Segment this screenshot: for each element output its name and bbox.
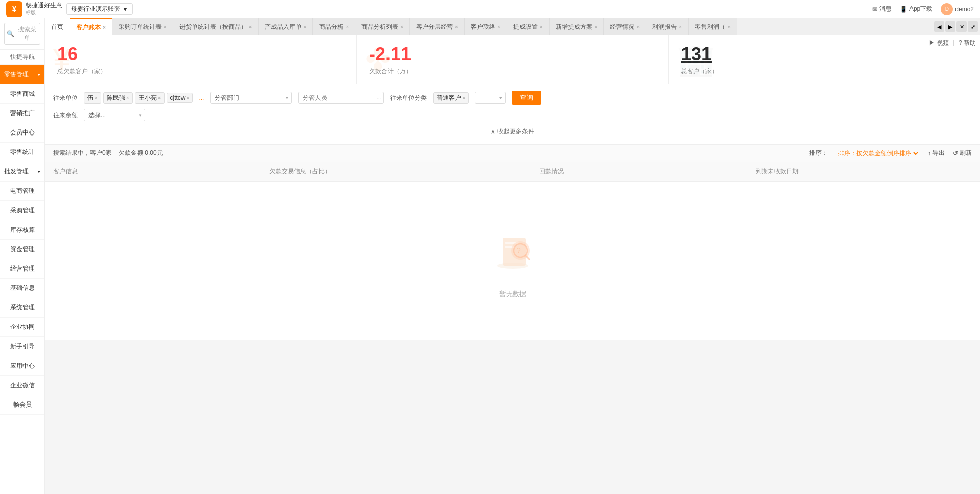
tab-close-icon[interactable]: × (595, 24, 598, 30)
sort-select[interactable]: 排序：按欠款金额倒序排序 (836, 149, 920, 158)
unit-filter-label: 往来单位 (53, 94, 78, 102)
sidebar-item-enterprise-collab[interactable]: 企业协同 (0, 318, 44, 337)
tab-customer-contact[interactable]: 客户联络× (465, 18, 507, 35)
refresh-btn[interactable]: ↺ 刷新 (953, 149, 972, 158)
sidebar-item-app-center[interactable]: 应用中心 (0, 356, 44, 376)
tab-label: 客户联络 (471, 23, 495, 31)
sidebar-item-system-mgmt[interactable]: 系统管理 (0, 298, 44, 318)
unit-tag: cjttcw× (167, 93, 193, 103)
collapse-btn[interactable]: ∧ 收起更多条件 (53, 125, 972, 138)
app-icon: 📱 (900, 6, 907, 13)
tab-close-icon[interactable]: × (455, 24, 458, 30)
sidebar-quick-nav[interactable]: 快捷导航 (0, 50, 44, 65)
tab-goods-list[interactable]: 商品分析列表× (355, 18, 410, 35)
tab-prev-button[interactable]: ◀ (934, 21, 944, 32)
sidebar-item-retail-stats[interactable]: 零售统计 (0, 143, 44, 162)
sidebar-item-finance-mgmt[interactable]: 资金管理 (0, 240, 44, 259)
sidebar-item-vip-member[interactable]: 畅会员 (0, 395, 44, 415)
tag-remove-btn[interactable]: × (462, 95, 465, 101)
tab-label: 利润报告 (652, 23, 677, 31)
tab-close-all-button[interactable]: ✕ (956, 21, 967, 32)
more-tags-btn[interactable]: ... (199, 94, 204, 101)
tab-label: 进货单统计表（按商品） (179, 23, 247, 31)
sidebar-item-ecommerce[interactable]: 电商管理 (0, 182, 44, 201)
tag-remove-btn[interactable]: × (126, 95, 129, 101)
sidebar-item-new-guide[interactable]: 新手引导 (0, 337, 44, 356)
tab-label: 客户账本 (76, 23, 101, 32)
sidebar-item-operations[interactable]: 经营管理 (0, 259, 44, 279)
search-menu-button[interactable]: 🔍 搜索菜单 (4, 23, 40, 45)
tab-close-icon[interactable]: × (304, 24, 307, 30)
dots-icon: ··· (377, 95, 381, 101)
tag-label: 王小亮 (139, 94, 157, 102)
tab-product-inbound[interactable]: 产成品入库单× (259, 18, 313, 35)
col-debt-info: 欠款交易信息（占比） (269, 167, 540, 176)
result-actions: 排序： 排序：按欠款金额倒序排序 ↑ 导出 ↺ 刷新 (809, 149, 972, 158)
tab-close-icon[interactable]: × (540, 24, 543, 30)
sidebar-item-inventory[interactable]: 库存核算 (0, 220, 44, 240)
tab-close-icon[interactable]: × (103, 25, 106, 30)
sidebar-item-marketing[interactable]: 营销推广 (0, 104, 44, 123)
tab-label: 客户分层经营 (416, 23, 453, 31)
tab-goods-analysis[interactable]: 商品分析× (313, 18, 355, 35)
query-button[interactable]: 查询 (512, 91, 541, 105)
tab-close-icon[interactable]: × (164, 24, 167, 30)
tag-remove-btn[interactable]: × (187, 95, 190, 101)
account-dropdown[interactable]: 母婴行业演示账套 ▼ (66, 3, 133, 15)
sidebar-item-retail-mgmt[interactable]: 零售管理▾ (0, 65, 44, 84)
branch-person-wrap: ··· (298, 92, 384, 104)
tab-label: 首页 (51, 23, 63, 31)
user-avatar[interactable]: D demo2 (941, 3, 974, 15)
avatar-icon: D (941, 3, 953, 15)
logo-subtitle: 标版 (26, 9, 62, 16)
tab-close-icon[interactable]: × (400, 24, 403, 30)
help-btn[interactable]: ? 帮助 (959, 39, 976, 48)
tab-close-icon[interactable]: × (727, 24, 731, 30)
sidebar-item-purchase-mgmt[interactable]: 采购管理 (0, 201, 44, 220)
tab-retail-profit[interactable]: 零售利润（× (689, 18, 737, 35)
tab-customer-account[interactable]: 客户账本× (70, 18, 112, 35)
sidebar-item-retail-mall[interactable]: 零售商城 (0, 84, 44, 104)
tab-customer-tier[interactable]: 客户分层经营× (410, 18, 465, 35)
tab-close-icon[interactable]: × (346, 24, 349, 30)
tab-business-status[interactable]: 经营情况× (604, 18, 646, 35)
arrow-icon: ▾ (38, 169, 40, 174)
logo-text-area: 畅捷通好生意 标版 (26, 2, 62, 17)
tab-home[interactable]: 首页 (45, 18, 70, 35)
tab-promotion-settings[interactable]: 提成设置× (507, 18, 550, 35)
video-btn[interactable]: ▶ 视频 (929, 39, 949, 48)
sidebar-item-wholesale-mgmt[interactable]: 批发管理▾ (0, 162, 44, 182)
branch-dept-wrap: 分管部门 (210, 92, 292, 104)
filter-row-1: 往来单位 伍×陈民强×王小亮×cjttcw× ... 分管部门 分管部门 ···… (53, 91, 972, 105)
tab-inbound-stats[interactable]: 进货单统计表（按商品）× (173, 18, 259, 35)
message-btn[interactable]: ✉ 消息 (872, 5, 892, 13)
main-layout: 🔍 搜索菜单 快捷导航 零售管理▾零售商城营销推广会员中心零售统计批发管理▾电商… (0, 18, 980, 494)
tab-close-icon[interactable]: × (679, 24, 682, 30)
tag-remove-btn[interactable]: × (95, 95, 98, 101)
sidebar-item-member-center[interactable]: 会员中心 (0, 123, 44, 143)
tab-purchase-order[interactable]: 采购订单统计表× (112, 18, 173, 35)
tab-profit-report[interactable]: 利润报告× (646, 18, 689, 35)
logo-area: ¥ 畅捷通好生意 标版 (6, 1, 62, 17)
category-select[interactable] (475, 92, 506, 104)
tag-label: 伍 (87, 94, 94, 102)
logo-icon: ¥ (6, 1, 22, 17)
col-repayment: 回款情况 (539, 167, 756, 176)
top-bar-right: ✉ 消息 📱 App下载 D demo2 (872, 3, 974, 15)
tab-close-icon[interactable]: × (249, 24, 252, 30)
tab-close-icon[interactable]: × (636, 24, 640, 30)
tab-next-button[interactable]: ▶ (945, 21, 955, 32)
branch-person-input[interactable] (298, 92, 384, 104)
tab-new-scheme[interactable]: 新增提成方案× (550, 18, 604, 35)
stat-total-clients: 🏢 131 总客户（家） ▶ 视频 | ? 帮助 (669, 35, 980, 84)
tab-fullscreen-button[interactable]: ⤢ (968, 21, 978, 32)
tab-close-icon[interactable]: × (497, 24, 500, 30)
stat-total-customers: ¥ 16 总欠款客户（家） (45, 35, 357, 84)
export-btn[interactable]: ↑ 导出 (928, 149, 945, 158)
branch-dept-select[interactable]: 分管部门 (210, 92, 292, 104)
tag-remove-btn[interactable]: × (158, 95, 161, 101)
app-download-btn[interactable]: 📱 App下载 (900, 5, 932, 13)
sidebar-item-enterprise-wechat[interactable]: 企业微信 (0, 376, 44, 395)
balance-select[interactable]: 选择... (84, 109, 145, 121)
sidebar-item-basic-info[interactable]: 基础信息 (0, 279, 44, 298)
